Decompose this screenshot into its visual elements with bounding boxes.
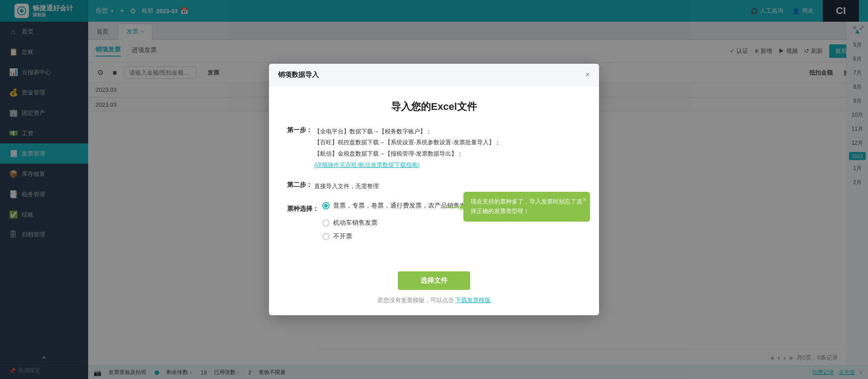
select-file-button[interactable]: 选择文件 — [398, 271, 470, 290]
radio-circle-none — [322, 233, 330, 240]
modal-close-button[interactable]: × — [585, 70, 590, 80]
radio-group: 普票，专票，卷票，通行费发票，农产品销售发票 × — [319, 202, 472, 246]
step1-row: 第一步： 【全电平台】数据下载→【税务数字账户】； 【百旺】税控盘数据下载→【系… — [287, 126, 581, 171]
step1-line-2: 【百旺】税控盘数据下载→【系统设置-系统参数设置-发票批量导入】； — [314, 137, 500, 148]
step2-block: 第二步： 直接导入文件，无需整理 — [287, 181, 581, 192]
tooltip-text: 现在支持的票种多了，导入发票时别忘了选择正确的发票类型呀！ — [471, 198, 582, 214]
tooltip-connector-line — [445, 207, 459, 208]
radio-circle-motor — [322, 219, 330, 227]
guide-link[interactable]: (详细操作见百旺/航信发票数据下载指南) — [314, 161, 420, 168]
modal-body: 导入您的Excel文件 第一步： 【全电平台】数据下载→【税务数字账户】； 【百… — [269, 86, 599, 267]
tooltip-box: × 现在支持的票种多了，导入发票时别忘了选择正确的发票类型呀！ — [463, 192, 590, 222]
tooltip-close-button[interactable]: × — [583, 194, 586, 204]
modal-overlay: 销项数据导入 × 导入您的Excel文件 第一步： 【全电平台】数据下载→【税务… — [0, 0, 868, 379]
modal-header: 销项数据导入 × — [269, 64, 599, 86]
step1-block: 第一步： 【全电平台】数据下载→【税务数字账户】； 【百旺】税控盘数据下载→【系… — [287, 126, 581, 171]
modal-hint: 若您没有发票模版，可以点击 下载发票模版 — [287, 296, 581, 304]
ticket-label: 票种选择： — [287, 202, 319, 251]
modal-footer: 选择文件 若您没有发票模版，可以点击 下载发票模版 — [269, 267, 599, 315]
radio-label-motor: 机动车销售发票 — [333, 219, 377, 227]
radio-circle-normal — [322, 202, 330, 209]
radio-none[interactable]: 不开票 — [322, 232, 472, 241]
tooltip-container: × 现在支持的票种多了，导入发票时别忘了选择正确的发票类型呀！ — [445, 203, 463, 210]
step2-label: 第二步： — [287, 181, 314, 189]
step1-content: 【全电平台】数据下载→【税务数字账户】； 【百旺】税控盘数据下载→【系统设置-系… — [314, 126, 500, 171]
step2-row: 第二步： 直接导入文件，无需整理 — [287, 181, 581, 192]
step1-link-row: (详细操作见百旺/航信发票数据下载指南) — [314, 160, 500, 171]
import-modal: 销项数据导入 × 导入您的Excel文件 第一步： 【全电平台】数据下载→【税务… — [269, 64, 599, 315]
radio-wrapper-1: 普票，专票，卷票，通行费发票，农产品销售发票 × — [322, 202, 472, 210]
radio-motor[interactable]: 机动车销售发票 — [322, 219, 472, 227]
hint-text: 若您没有发票模版，可以点击 — [377, 297, 454, 303]
radio-label-none: 不开票 — [333, 232, 352, 241]
ticket-type-section: 票种选择： 普票，专票，卷票，通行费发票，农产品销售发票 — [287, 202, 581, 253]
modal-main-title: 导入您的Excel文件 — [287, 100, 581, 114]
modal-title: 销项数据导入 — [278, 71, 319, 79]
step1-line-3: 【航信】金税盘数据下载→【报税管理-发票数据导出】； — [314, 148, 500, 160]
tooltip-with-line: × 现在支持的票种多了，导入发票时别忘了选择正确的发票类型呀！ — [445, 205, 463, 210]
step2-content: 直接导入文件，无需整理 — [314, 181, 379, 192]
step1-label: 第一步： — [287, 126, 314, 168]
step1-line-1: 【全电平台】数据下载→【税务数字账户】； — [314, 126, 500, 137]
download-template-link[interactable]: 下载发票模版 — [455, 297, 491, 303]
